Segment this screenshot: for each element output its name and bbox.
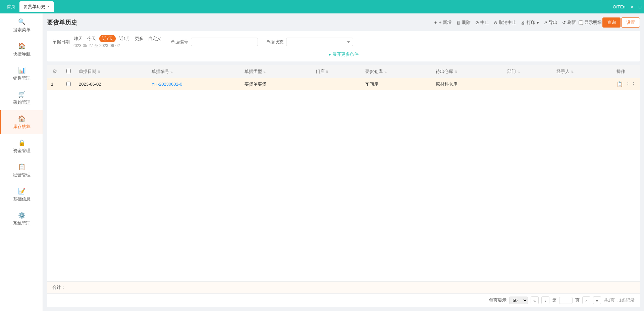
export-icon: ↗ bbox=[544, 20, 547, 25]
inventory-calc-icon: 🏠 bbox=[18, 115, 25, 122]
shortcut-more[interactable]: 更多 bbox=[133, 35, 145, 42]
expand-more-btn[interactable]: ▾ 展开更多条件 bbox=[52, 51, 635, 57]
print-label: 打印 bbox=[527, 19, 535, 26]
sidebar-item-sales-mgmt-label: 销售管理 bbox=[13, 75, 31, 81]
sidebar-item-inventory-calc[interactable]: 🏠 库存核算 bbox=[0, 110, 43, 134]
cell-index: 1 bbox=[47, 78, 62, 90]
display-detail-checkbox[interactable] bbox=[579, 20, 583, 25]
query-button[interactable]: 查询 bbox=[602, 17, 621, 28]
finance-mgmt-icon: 🔒 bbox=[18, 139, 25, 146]
cell-doc-no[interactable]: YH-20230602-0 bbox=[148, 78, 240, 90]
header-right-actions: ＋ + 新增 🗑 删除 ⊘ 中止 ⊙ 取消中止 🖨 打印 bbox=[431, 17, 640, 28]
stop-button[interactable]: ⊘ 中止 bbox=[473, 18, 491, 27]
date-range-text: 2023-05-27 至 2023-06-02 bbox=[72, 43, 163, 49]
row-more-btn[interactable]: ⋮⋮ bbox=[625, 81, 636, 87]
cell-req-warehouse: 车间库 bbox=[361, 78, 432, 90]
col-pending-warehouse-label: 待出仓库 bbox=[436, 69, 453, 74]
display-detail-toggle[interactable]: 显示明细 bbox=[579, 19, 602, 26]
doc-no-filter-item: 单据编号 bbox=[171, 38, 258, 46]
col-handler-sort[interactable]: ⇅ bbox=[571, 70, 574, 74]
col-department-sort[interactable]: ⇅ bbox=[517, 70, 520, 74]
sidebar-item-purchase-mgmt-label: 采购管理 bbox=[13, 99, 31, 105]
quick-nav-icon: 🏠 bbox=[18, 42, 25, 50]
pagination-bar: 每页显示 50 10 20 100 « ‹ 第 1 页 › » 共1页，1条记录 bbox=[47, 293, 640, 307]
sidebar-item-operations-mgmt-label: 经营管理 bbox=[13, 172, 31, 178]
window-maximize-btn[interactable]: □ bbox=[639, 4, 641, 9]
sidebar-item-finance-mgmt[interactable]: 🔒 资金管理 bbox=[0, 134, 43, 159]
refresh-button[interactable]: ↺ 刷新 bbox=[560, 18, 578, 27]
date-shortcuts-row: 昨天 今天 近7天 近1月 更多 自定义 bbox=[72, 35, 163, 42]
export-button[interactable]: ↗ 导出 bbox=[542, 18, 559, 27]
row-index: 1 bbox=[51, 82, 53, 87]
page-header: 要货单历史 ＋ + 新增 🗑 删除 ⊘ 中止 ⊙ 取消中止 bbox=[47, 17, 640, 28]
table-wrapper: ⚙ 单据日期 ⇅ 单据编号 ⇅ bbox=[47, 65, 640, 281]
refresh-icon: ↺ bbox=[562, 20, 566, 25]
shortcut-7days[interactable]: 近7天 bbox=[99, 35, 116, 42]
top-bar: 首页 要货单历史 × OfTEn × □ bbox=[0, 0, 644, 13]
window-close-btn[interactable]: × bbox=[631, 4, 634, 9]
col-req-warehouse-sort[interactable]: ⇅ bbox=[384, 70, 387, 74]
select-all-checkbox[interactable] bbox=[66, 69, 71, 73]
next-page-btn[interactable]: › bbox=[582, 296, 590, 304]
sales-mgmt-icon: 📊 bbox=[18, 66, 25, 74]
col-doc-no-sort[interactable]: ⇅ bbox=[170, 70, 173, 74]
sidebar-item-basic-info[interactable]: 📝 基础信息 bbox=[0, 183, 43, 207]
sidebar-item-purchase-mgmt[interactable]: 🛒 采购管理 bbox=[0, 86, 43, 110]
col-store-sort[interactable]: ⇅ bbox=[326, 70, 328, 74]
col-pending-warehouse-sort[interactable]: ⇅ bbox=[454, 70, 457, 74]
row-checkbox[interactable] bbox=[66, 82, 71, 86]
filter-area: 单据日期 昨天 今天 近7天 近1月 更多 自定义 2023-05-27 至 2… bbox=[47, 31, 640, 61]
tab-requisition-history-label: 要货单历史 bbox=[23, 4, 45, 10]
sidebar-item-quick-nav[interactable]: 🏠 快捷导航 bbox=[0, 38, 43, 62]
often-label[interactable]: OfTEn bbox=[613, 4, 626, 9]
col-department: 部门 ⇅ bbox=[503, 65, 552, 78]
shortcut-today[interactable]: 今天 bbox=[86, 35, 97, 42]
stop-icon: ⊘ bbox=[475, 20, 479, 25]
row-edit-btn[interactable]: 📋 bbox=[616, 81, 623, 87]
tab-requisition-history[interactable]: 要货单历史 × bbox=[19, 1, 54, 12]
first-page-btn[interactable]: « bbox=[531, 296, 539, 304]
close-tab-icon[interactable]: × bbox=[47, 4, 50, 9]
page-title: 要货单历史 bbox=[47, 18, 77, 27]
col-operation: 操作 bbox=[612, 65, 640, 78]
cancel-stop-button[interactable]: ⊙ 取消中止 bbox=[492, 18, 518, 27]
col-doc-no: 单据编号 ⇅ bbox=[148, 65, 240, 78]
cancel-stop-label: 取消中止 bbox=[499, 19, 516, 26]
pagination-summary: 共1页，1条记录 bbox=[604, 297, 635, 303]
col-doc-type-sort[interactable]: ⇅ bbox=[263, 70, 266, 74]
last-page-btn[interactable]: » bbox=[593, 296, 601, 304]
cell-store bbox=[312, 78, 361, 90]
shortcut-custom[interactable]: 自定义 bbox=[147, 35, 163, 42]
page-unit-label: 页 bbox=[575, 297, 580, 303]
print-button[interactable]: 🖨 打印 ▾ bbox=[519, 18, 541, 27]
sidebar-item-system-mgmt[interactable]: ⚙️ 系统管理 bbox=[0, 207, 43, 231]
expand-more-icon: ▾ bbox=[329, 52, 331, 57]
delete-label: 删除 bbox=[462, 19, 471, 26]
table-header-row: ⚙ 单据日期 ⇅ 单据编号 ⇅ bbox=[47, 65, 640, 78]
add-button[interactable]: ＋ + 新增 bbox=[431, 18, 453, 27]
next-page-icon: › bbox=[585, 298, 587, 303]
sidebar-item-operations-mgmt[interactable]: 📋 经营管理 bbox=[0, 159, 43, 183]
main-layout: 🔍 搜索菜单 🏠 快捷导航 📊 销售管理 🛒 采购管理 🏠 库存核算 🔒 资金管… bbox=[0, 13, 644, 311]
shortcut-1month[interactable]: 近1月 bbox=[118, 35, 131, 42]
table-settings-icon[interactable]: ⚙ bbox=[51, 67, 58, 76]
add-icon: ＋ bbox=[433, 19, 438, 26]
tab-home[interactable]: 首页 bbox=[3, 1, 19, 12]
doc-no-filter-label: 单据编号 bbox=[171, 39, 188, 45]
doc-no-link[interactable]: YH-20230602-0 bbox=[152, 82, 182, 87]
doc-no-input[interactable] bbox=[191, 38, 258, 46]
col-doc-date-sort[interactable]: ⇅ bbox=[98, 70, 100, 74]
add-label: + 新增 bbox=[439, 19, 451, 26]
sidebar-item-sales-mgmt[interactable]: 📊 销售管理 bbox=[0, 62, 43, 86]
sidebar-item-search-menu[interactable]: 🔍 搜索菜单 bbox=[0, 13, 43, 38]
col-doc-date-label: 单据日期 bbox=[79, 69, 96, 74]
shortcut-yesterday[interactable]: 昨天 bbox=[72, 35, 84, 42]
prev-page-btn[interactable]: ‹ bbox=[541, 296, 549, 304]
settings-button[interactable]: 设置 bbox=[621, 17, 640, 28]
page-size-select[interactable]: 50 10 20 100 bbox=[509, 297, 528, 304]
status-select[interactable] bbox=[286, 38, 353, 46]
page-input[interactable]: 1 bbox=[559, 297, 573, 304]
sidebar-item-search-menu-label: 搜索菜单 bbox=[13, 27, 31, 33]
delete-button[interactable]: 🗑 删除 bbox=[454, 18, 473, 27]
operations-mgmt-icon: 📋 bbox=[18, 163, 25, 171]
